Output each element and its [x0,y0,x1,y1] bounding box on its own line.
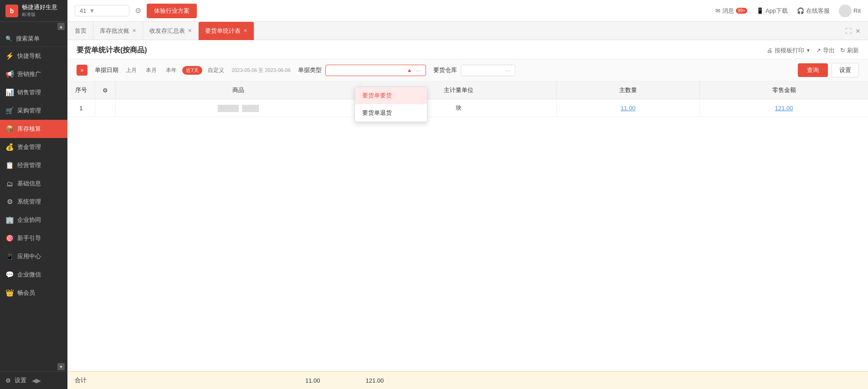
tab-receivable-summary-close[interactable]: ✕ [188,28,192,34]
marketing-icon: 📢 [5,70,14,78]
tab-requisition-summary-close[interactable]: ✕ [243,28,247,34]
filter-expand-button[interactable]: » [77,65,87,76]
print-template-button[interactable]: 🖨 按模板打印 ▼ [767,46,811,55]
sales-icon: 📊 [5,88,14,97]
sidebar-item-label: 销售管理 [17,88,41,97]
app-name: 畅捷通好生意 [22,4,57,11]
message-badge[interactable]: ✉ 消息 99+ [715,7,747,15]
operation-icon: 📋 [5,161,14,169]
table-row: 1 █████ ████ 块 11.00 121.00 [67,99,868,117]
expand-icon: » [81,67,84,73]
app-logo-icon: b [5,5,18,17]
print-icon: 🖨 [767,47,773,54]
date-custom[interactable]: 自定义 [204,65,228,76]
sidebar-item-marketing[interactable]: 📢 营销推广 [0,65,67,83]
sidebar-collapse-btn[interactable]: ◀▶ [32,377,41,384]
sidebar-item-label: 快捷导航 [17,52,41,60]
date-filter-label: 单据日期 [95,66,118,74]
doc-type-label: 单据类型 [298,66,322,74]
inventory-icon: 📦 [5,125,14,133]
filter-actions: 查询 设置 [798,63,859,77]
user-avatar [839,5,852,17]
sidebar-bottom[interactable]: ⚙ 设置 ◀▶ [0,371,67,389]
page-content: 要货单统计表(按商品) 🖨 按模板打印 ▼ ↗ 导出 ↻ 刷新 [67,40,868,389]
tab-inventory-batch[interactable]: 库存批次账 ✕ [93,22,143,40]
sidebar-item-sales[interactable]: 📊 销售管理 [0,83,67,102]
sidebar-item-enterprise[interactable]: 🏢 企业协同 [0,211,67,229]
doc-type-arrow[interactable]: ▲ [407,67,412,73]
refresh-button[interactable]: ↻ 刷新 [840,46,859,55]
date-this-year[interactable]: 本年 [162,65,180,76]
sidebar-item-finance[interactable]: 💰 资金管理 [0,138,67,156]
date-last-month[interactable]: 上月 [122,65,140,76]
filter-settings-button[interactable]: 设置 [832,63,859,77]
doc-type-more[interactable]: ··· [416,67,421,74]
date-last-7-days[interactable]: 近7天 [182,66,202,75]
dropdown-item-requisition-return[interactable]: 要货单退货 [355,104,427,122]
trial-industry-button[interactable]: 体验行业方案 [147,4,197,18]
sidebar-item-label: 采购管理 [17,107,41,115]
tabs-maximize-btn[interactable]: ⛶ [845,27,852,35]
user-avatar-area[interactable]: Rit [839,5,861,17]
sidebar-item-member[interactable]: 👑 畅会员 [0,284,67,302]
sidebar-item-system[interactable]: ⚙ 系统管理 [0,193,67,211]
export-icon: ↗ [816,47,821,54]
app-download-icon: 📱 [756,7,764,14]
online-service-label: 在线客服 [806,7,830,15]
search-icon: 🔍 [5,36,12,42]
sidebar-scroll-down[interactable]: ▼ [57,363,65,370]
guide-icon: 🎯 [5,234,14,242]
col-goods: 商品 [115,82,361,99]
sidebar-item-quick-nav[interactable]: ⚡ 快捷导航 [0,47,67,65]
doc-type-filter-group: 单据类型 ▲ ··· [298,65,426,76]
sidebar-item-label: 基础信息 [17,179,41,188]
print-label: 按模板打印 [775,46,804,55]
sidebar-item-label: 新手引导 [17,234,41,242]
doc-type-select-box[interactable]: ▲ ··· [325,65,426,76]
sidebar-scroll-up[interactable]: ▲ [57,23,65,30]
sidebar-item-label: 经营管理 [17,161,41,169]
col-gear[interactable]: ⚙ [95,82,115,99]
tab-requisition-summary[interactable]: 要货单统计表 ✕ [199,22,254,40]
cell-amount[interactable]: 121.00 [700,99,868,117]
export-button[interactable]: ↗ 导出 [816,46,835,55]
wechat-icon: 💬 [5,271,14,279]
sidebar-item-label: 应用中心 [17,252,41,261]
sidebar-logo: b 畅捷通好生意 标准版 [0,0,67,22]
tabs-close-all-btn[interactable]: ✕ [855,27,861,35]
dropdown-item-requisition-order[interactable]: 要货单要货 [355,87,427,104]
sidebar-item-operation[interactable]: 📋 经营管理 [0,156,67,174]
topbar: 41 ▼ ⚙ 体验行业方案 ✉ 消息 99+ 📱 App下载 🎧 在线客服 R [67,0,868,22]
sidebar-item-wechat[interactable]: 💬 企业微信 [0,266,67,284]
finance-icon: 💰 [5,143,14,151]
filter-bar: » 单据日期 上月 本月 本年 近7天 自定义 2023-05-06 至 202… [67,59,868,82]
app-download-badge[interactable]: 📱 App下载 [756,7,788,15]
tab-inventory-batch-close[interactable]: ✕ [132,28,136,34]
footer-quantity: 11.00 [305,377,320,384]
cell-quantity[interactable]: 11.00 [556,99,700,117]
user-name: Rit [853,7,861,14]
refresh-icon: ↻ [840,47,845,54]
tab-receivable-summary[interactable]: 收发存汇总表 ✕ [143,22,199,40]
refresh-label: 刷新 [847,46,859,55]
topbar-gear-icon[interactable]: ⚙ [135,6,141,15]
doc-type-input[interactable] [330,67,407,74]
query-button[interactable]: 查询 [798,63,828,77]
company-selector[interactable]: 41 ▼ [75,5,129,16]
sidebar-item-guide[interactable]: 🎯 新手引导 [0,229,67,247]
sidebar: b 畅捷通好生意 标准版 ▲ 🔍 搜索菜单 ⚡ 快捷导航 📢 营销推广 📊 销售… [0,0,67,389]
warehouse-more-icon[interactable]: ··· [505,67,510,74]
date-this-month[interactable]: 本月 [142,65,160,76]
sidebar-item-base-info[interactable]: 🗂 基础信息 [0,174,67,193]
sidebar-search[interactable]: 🔍 搜索菜单 [0,31,67,47]
col-gear-icon[interactable]: ⚙ [103,87,108,94]
sidebar-item-app-center[interactable]: 📱 应用中心 [0,247,67,266]
sidebar-item-purchase[interactable]: 🛒 采购管理 [0,102,67,120]
app-center-icon: 📱 [5,252,14,261]
topbar-left: 41 ▼ ⚙ 体验行业方案 [75,4,197,18]
tab-home[interactable]: 首页 [75,22,93,40]
online-service-badge[interactable]: 🎧 在线客服 [797,7,830,15]
page-header-actions: 🖨 按模板打印 ▼ ↗ 导出 ↻ 刷新 [767,46,859,55]
sidebar-item-inventory[interactable]: 📦 库存核算 [0,120,67,138]
warehouse-select[interactable]: ··· [461,65,515,76]
